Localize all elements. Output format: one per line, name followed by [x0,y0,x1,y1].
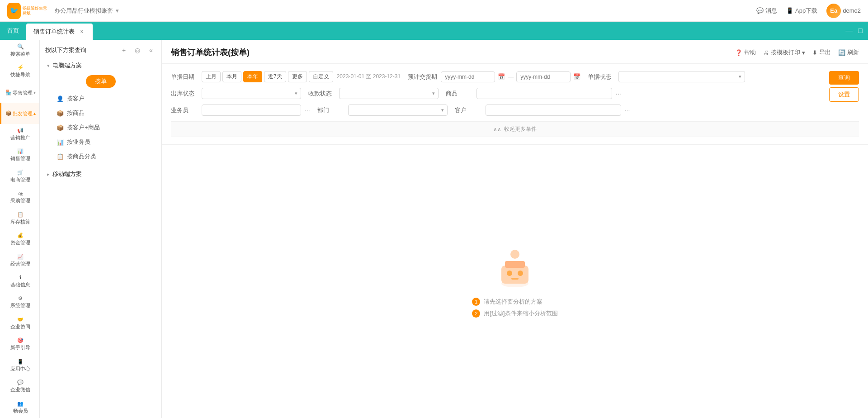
sidebar-item-search[interactable]: 🔍 搜索菜单 [0,40,39,61]
payment-label: 收款状态 [308,90,335,98]
content-area: 按以下方案查询 + ◎ « ▾ 电脑端方案 按单 👤 按客户 [40,40,868,418]
delivery-select[interactable] [202,88,301,99]
filter-actions: 查询 设置 [829,71,859,102]
sidebar-item-finance[interactable]: 💰 资金管理 [0,229,39,250]
sidebar-item-inventory[interactable]: 📋 库存核算 [0,208,39,229]
status-label: 单据状态 [588,73,615,81]
filter-payment-group: 收款状态 [308,88,439,99]
sidebar-item-marketing[interactable]: 📢 营销推广 [0,124,39,145]
svg-rect-1 [501,266,528,284]
tree-child-product[interactable]: 📦 按商品 [43,106,158,120]
date-btn-last-month[interactable]: 上月 [202,71,221,82]
sidebar-item-retail[interactable]: 🏪 零售管理 ▾ [0,82,39,103]
date-buttons: 上月 本月 本年 近7天 更多 自定义 2023-01-01 至 2023-12… [202,71,401,82]
collapse-panel-btn[interactable]: « [146,45,156,55]
add-scheme-btn[interactable]: + [119,45,129,55]
sidebar-item-member[interactable]: 👥 畅会员 [0,397,39,418]
date-start-input[interactable] [441,71,495,82]
purchase-icon: 🛍 [18,191,23,196]
date-btn-7days[interactable]: 近7天 [264,71,286,82]
print-btn[interactable]: 🖨 按模板打印 ▾ [763,48,805,57]
message-icon: 💬 [756,7,764,14]
calendar-start-icon[interactable]: 📅 [498,73,505,80]
marketing-icon: 📢 [17,128,24,133]
search-icon: 🔍 [17,43,24,50]
department-select-wrapper [348,104,448,116]
active-scheme-item[interactable]: 按单 [43,75,158,88]
calendar-end-icon[interactable]: 📅 [573,73,580,80]
sidebar-item-system[interactable]: ⚙ 系统管理 [0,292,39,313]
base-info-icon: ℹ [19,275,21,280]
left-panel-header: 按以下方案查询 + ◎ « [40,45,161,59]
empty-state: 1 请先选择要分析的方案 2 用[过滤]条件来缩小分析范围 [162,145,868,418]
customer-input[interactable] [486,104,621,116]
help-btn[interactable]: ❓ 帮助 [735,48,756,57]
sidebar-item-wechat[interactable]: 💬 企业微信 [0,376,39,397]
settings-scheme-btn[interactable]: ◎ [132,45,142,55]
user-menu[interactable]: Ea demo2 [826,4,861,18]
sidebar-item-quick-nav[interactable]: ⚡ 快捷导航 [0,61,39,81]
empty-tips: 1 请先选择要分析的方案 2 用[过滤]条件来缩小分析范围 [472,298,557,318]
product-more-icon[interactable]: ··· [616,90,621,97]
app-download-btn[interactable]: 📱 App下载 [786,7,817,15]
sidebar-item-operations[interactable]: 📈 经营管理 [0,250,39,271]
tree-parent-mobile[interactable]: ▸ 移动端方案 [43,167,158,181]
date-btn-this-month[interactable]: 本月 [222,71,241,82]
query-btn[interactable]: 查询 [829,71,859,85]
tree-child-product-category[interactable]: 📋 按商品分类 [43,149,158,164]
payment-select[interactable] [339,88,439,99]
date-end-input[interactable] [516,71,571,82]
export-icon: ⬇ [812,49,817,56]
date-btn-custom[interactable]: 自定义 [309,71,333,82]
tree-child-customer[interactable]: 👤 按客户 [43,91,158,106]
tree-child-customer-product[interactable]: 📦 按客户+商品 [43,120,158,135]
sidebar-item-sales[interactable]: 📊 销售管理 [0,145,39,166]
tab-sales-order[interactable]: 销售订单统计表 × [26,24,93,40]
tab-minimize-btn[interactable]: — [845,27,853,35]
breadcrumb-arrow[interactable]: ▾ [116,7,119,14]
refresh-btn[interactable]: 🔄 刷新 [838,48,859,57]
download-icon: 📱 [786,7,793,14]
filter-main-row: 单据日期 上月 本月 本年 近7天 更多 自定义 2023-01-01 至 20… [171,71,859,121]
date-btn-this-year[interactable]: 本年 [243,71,262,82]
status-select[interactable] [618,71,745,82]
message-btn[interactable]: 💬 消息 [756,7,777,15]
product-filter-label: 商品 [446,90,473,98]
tab-home[interactable]: 首页 [0,22,26,40]
filter-department-group: 部门 [317,104,448,116]
tab-maximize-btn[interactable]: □ [858,27,863,35]
sidebar: 🔍 搜索菜单 ⚡ 快捷导航 🏪 零售管理 ▾ 📦 批发管理 ▴ 📢 营销推广 📊… [0,40,40,418]
sidebar-item-purchase[interactable]: 🛍 采购管理 [0,187,39,208]
sidebar-item-enterprise[interactable]: 🤝 企业协同 [0,313,39,334]
svg-point-4 [518,271,523,276]
filter-salesperson-group: 业务员 ··· [171,104,310,116]
sidebar-item-guide[interactable]: 🎯 新手引导 [0,334,39,355]
tree-parent-desktop[interactable]: ▾ 电脑端方案 [43,59,158,72]
product-icon: 📦 [56,109,64,117]
department-select[interactable] [348,104,448,116]
wholesale-icon: 📦 [5,110,12,116]
refresh-icon: 🔄 [838,49,845,56]
logo-icon: 🐦 [7,3,21,19]
delivery-label: 出库状态 [171,90,198,98]
customer-more-icon[interactable]: ··· [625,107,630,114]
sales-icon: 📊 [17,148,24,154]
salesperson-more-icon[interactable]: ··· [305,107,310,114]
svg-point-6 [510,250,519,259]
filter-expected-date-group: 预计交货期 📅 — 📅 [408,71,580,82]
sidebar-item-base-info[interactable]: ℹ 基础信息 [0,271,39,292]
collapse-bar[interactable]: ∧∧ 收起更多条件 [171,121,859,137]
system-icon: ⚙ [18,295,23,301]
sidebar-item-ecommerce[interactable]: 🛒 电商管理 [0,166,39,187]
salesperson-input[interactable] [202,104,301,116]
tab-close-btn[interactable]: × [78,28,85,35]
setting-btn[interactable]: 设置 [829,87,859,102]
date-btn-more[interactable]: 更多 [288,71,307,82]
export-btn[interactable]: ⬇ 导出 [812,48,831,57]
tree-child-salesperson[interactable]: 📊 按业务员 [43,135,158,149]
sidebar-item-wholesale[interactable]: 📦 批发管理 ▴ [0,103,39,124]
sidebar-item-apps[interactable]: 📱 应用中心 [0,355,39,376]
main-content: 销售订单统计表(按单) ❓ 帮助 🖨 按模板打印 ▾ ⬇ 导出 [162,40,868,418]
product-input[interactable] [476,88,612,99]
quick-nav-icon: ⚡ [17,64,24,71]
